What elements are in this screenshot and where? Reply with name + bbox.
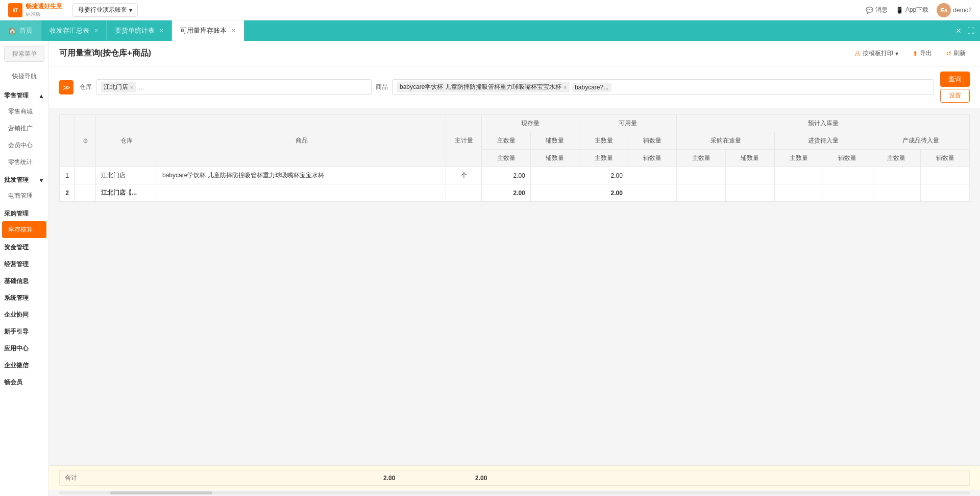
tab-home-label: 首页 [19, 26, 33, 35]
sidebar-section-vip[interactable]: 畅会员 [0, 373, 48, 390]
horizontal-scrollbar[interactable] [49, 490, 980, 496]
sidebar-section-system[interactable]: 系统管理 [0, 289, 48, 305]
sidebar-item-members[interactable]: 会员中心 [0, 137, 48, 154]
print-label: 按模板打印 [863, 49, 893, 58]
setting-button[interactable]: 设置 [940, 89, 970, 103]
filter-toggle-btn[interactable]: ≫ [59, 80, 74, 95]
tab-order-stats-close[interactable]: × [160, 27, 163, 34]
app-download-btn[interactable]: 📱 App下载 [896, 6, 928, 14]
tab-available-ledger-close[interactable]: × [232, 27, 235, 34]
template-label: 标准版 [26, 11, 62, 18]
sidebar-item-retail-stats[interactable]: 零售统计 [0, 154, 48, 171]
close-window-btn[interactable]: ✕ [954, 27, 963, 35]
avatar: Ea [937, 3, 951, 17]
row1-warehouse: 江北门店 [96, 167, 157, 184]
th-rownum [60, 115, 75, 167]
warehouse-filter-more[interactable]: … [138, 84, 144, 91]
filter-actions: 查询 设置 [940, 72, 970, 103]
sidebar-section-basic[interactable]: 基础信息 [0, 272, 48, 289]
basic-section-label: 基础信息 [4, 277, 29, 286]
warehouse-tag-jiangbei: 江北门店 × [101, 82, 136, 92]
refresh-icon: ↺ [946, 50, 951, 57]
expand-window-btn[interactable]: ⛶ [967, 27, 975, 35]
sidebar-section-finance[interactable]: 资金管理 [0, 238, 48, 255]
export-btn[interactable]: ⬆ 导出 [909, 47, 936, 60]
product-tag-close[interactable]: × [564, 84, 567, 90]
th-cs-aux: 辅数量 [530, 150, 579, 167]
sidebar-section-retail[interactable]: 零售管理 ▲ [0, 86, 48, 103]
row1-pp-main [774, 167, 823, 184]
message-btn[interactable]: 💬 消息 [866, 6, 888, 14]
top-bar-left: 好 畅捷通好生意 标准版 母婴行业演示账套 ▾ [8, 2, 138, 18]
tab-home[interactable]: 🏠 首页 [0, 20, 41, 41]
th-available-main: 主数量 [579, 132, 628, 150]
refresh-btn[interactable]: ↺ 刷新 [942, 47, 970, 60]
purchase-section-label: 采购管理 [4, 209, 29, 218]
sidebar-section-appstore[interactable]: 应用中心 [0, 339, 48, 356]
app-download-label: App下载 [905, 6, 928, 14]
refresh-label: 刷新 [953, 49, 966, 58]
tab-receive-summary-close[interactable]: × [94, 27, 98, 34]
row2-prod-aux [921, 184, 970, 202]
sidebar-quick-nav[interactable]: 快捷导航 [0, 67, 48, 86]
home-icon: 🏠 [8, 27, 16, 35]
tab-available-ledger[interactable]: 可用量库存账本 × [172, 20, 244, 41]
user-area[interactable]: Ea demo2 [937, 3, 972, 17]
scroll-thumb[interactable] [110, 491, 212, 494]
product-tag-babycare2: babycare?... [572, 83, 611, 92]
industry-selector[interactable]: 母婴行业演示账套 ▾ [72, 3, 138, 17]
row1-pt-aux [726, 167, 775, 184]
operations-section-label: 经营管理 [4, 260, 29, 269]
product-filter-input[interactable]: babycare学饮杯 儿童防摔防撞吸管杯重力球吸嘴杯宝宝水杯 × babyca… [392, 79, 934, 95]
sidebar-item-inventory[interactable]: 库存核算 [2, 221, 46, 238]
th-current-aux: 辅数量 [530, 132, 579, 150]
product-tag2-text: babycare?... [575, 84, 608, 91]
row1-pt-main [677, 167, 726, 184]
print-btn[interactable]: 🖨 按模板打印 ▾ [850, 47, 902, 60]
sidebar-section-purchase[interactable]: 采购管理 [0, 204, 48, 221]
warehouse-filter-input[interactable]: 江北门店 × … [96, 79, 372, 95]
page-header-actions: 🖨 按模板打印 ▾ ⬆ 导出 ↺ 刷新 [850, 47, 970, 60]
tab-available-ledger-label: 可用量库存账本 [180, 26, 227, 35]
sidebar-item-retail-mall[interactable]: 零售商城 [0, 103, 48, 120]
tab-order-stats[interactable]: 要货单统计表 × [107, 20, 172, 41]
page-title: 可用量查询(按仓库+商品) [59, 48, 151, 59]
sidebar-section-operations[interactable]: 经营管理 [0, 255, 48, 272]
wechat-section-label: 企业微信 [4, 361, 29, 370]
export-label: 导出 [920, 49, 932, 58]
message-icon: 💬 [866, 7, 873, 14]
sidebar-item-marketing[interactable]: 营销推广 [0, 120, 48, 137]
th-settings: ⚙ [75, 115, 96, 167]
tab-receive-summary[interactable]: 收发存汇总表 × [41, 20, 107, 41]
query-button[interactable]: 查询 [940, 72, 970, 87]
table-settings-icon[interactable]: ⚙ [80, 136, 90, 146]
sidebar-section-wholesale[interactable]: 批发管理 ▼ [0, 171, 48, 187]
system-section-label: 系统管理 [4, 294, 29, 302]
print-chevron-icon: ▾ [895, 50, 898, 57]
appstore-section-label: 应用中心 [4, 344, 29, 353]
vip-section-label: 畅会员 [4, 378, 22, 387]
app-logo-icon: 好 [8, 3, 22, 17]
chevron-down-icon: ▾ [129, 7, 132, 14]
warehouse-tag-close[interactable]: × [130, 84, 133, 90]
row2-pt-aux [726, 184, 775, 202]
sidebar-search-area: 搜索菜单 [0, 41, 48, 67]
sidebar-section-wechat[interactable]: 企业微信 [0, 356, 48, 373]
sidebar-section-newbie[interactable]: 新手引导 [0, 322, 48, 339]
row1-num: 1 [60, 167, 75, 184]
sidebar-item-ecommerce[interactable]: 电商管理 [0, 187, 48, 204]
search-menu-btn[interactable]: 搜索菜单 [4, 46, 44, 62]
newbie-section-label: 新手引导 [4, 327, 29, 336]
th-prod-aux: 辅数量 [921, 150, 970, 167]
th-planned-inbound: 预计入库量 [677, 115, 970, 132]
footer-available-main: 2.00 [436, 475, 487, 482]
row1-pp-aux [823, 167, 872, 184]
th-current-main: 主数量 [482, 132, 531, 150]
tab-receive-summary-label: 收发存汇总表 [50, 26, 89, 35]
sidebar-section-enterprise[interactable]: 企业协同 [0, 305, 48, 322]
filter-bar: ≫ 仓库 江北门店 × … 商品 babycare学饮杯 儿童防摔防撞吸管杯重力… [49, 66, 980, 108]
row2-unit [446, 184, 482, 202]
row1-current-main: 2.00 [482, 167, 531, 184]
row1-available-aux [628, 167, 677, 184]
scroll-track [59, 491, 970, 494]
